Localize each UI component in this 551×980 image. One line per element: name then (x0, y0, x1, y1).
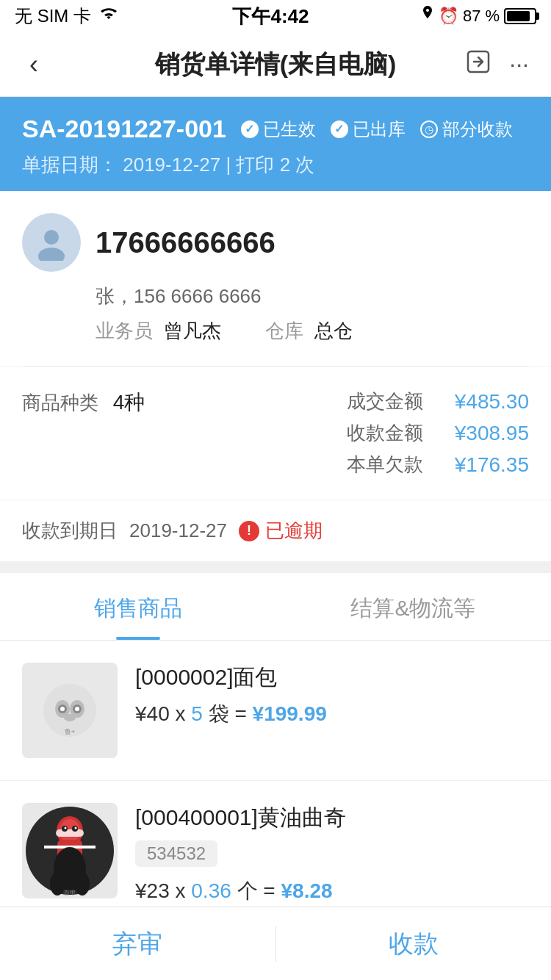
confirm-button[interactable]: 收款 (276, 912, 552, 976)
back-button[interactable]: ‹ (22, 42, 46, 87)
wifi-icon (97, 6, 120, 26)
location-icon (421, 6, 434, 26)
product-price-cookies: ¥23 x 0.36 个 = ¥8.28 (135, 877, 529, 905)
stats-left: 商品种类 4种 (22, 389, 145, 417)
bottom-bar: 弃审 收款 (0, 907, 551, 980)
badge-active: ✓ 已生效 (241, 118, 316, 141)
svg-point-8 (60, 707, 65, 711)
svg-point-2 (38, 248, 65, 261)
customer-phone: 17666666666 (96, 226, 276, 259)
svg-rect-21 (56, 829, 84, 837)
badge-partial: ◷ 部分收款 (420, 118, 513, 141)
stats-right: 成交金额 ¥485.30 收款金额 ¥308.95 本单欠款 ¥176.35 (347, 389, 529, 478)
share-icon[interactable] (465, 48, 491, 81)
due-label: 收款到期日 (22, 518, 118, 544)
carrier-label: 无 SIM 卡 (15, 4, 91, 28)
battery-icon (504, 8, 536, 24)
check-icon-active: ✓ (241, 120, 259, 138)
product-item-cookies: 百甲 [000400001]黄油曲奇 534532 ¥23 x 0.36 个 =… (0, 781, 551, 928)
product-batch-cookies: 534532 (135, 840, 217, 867)
svg-text:鲁+: 鲁+ (65, 728, 75, 735)
divider-main (0, 561, 551, 573)
status-bar: 无 SIM 卡 下午4:42 ⏰ 87 % (0, 0, 551, 32)
product-info-cookies: [000400001]黄油曲奇 534532 ¥23 x 0.36 个 = ¥8… (135, 803, 529, 905)
overdue-dot-icon: ! (239, 521, 259, 541)
clock-icon: ◷ (420, 120, 438, 138)
product-name-bread: [0000002]面包 (135, 663, 529, 693)
more-icon[interactable]: ··· (509, 51, 529, 78)
status-left: 无 SIM 卡 (15, 4, 120, 28)
status-right: ⏰ 87 % (421, 6, 536, 26)
order-header: SA-20191227-001 ✓ 已生效 ✓ 已出库 ◷ 部分收款 单据日期：… (0, 97, 551, 191)
svg-point-24 (65, 827, 67, 829)
product-name-cookies: [000400001]黄油曲奇 (135, 803, 529, 833)
avatar (22, 213, 81, 272)
svg-point-10 (64, 714, 76, 721)
battery-percent: 87 (463, 7, 480, 26)
warehouse-info: 仓库 总仓 (265, 318, 353, 344)
customer-section: 17666666666 张，156 6666 6666 业务员 曾凡杰 仓库 总… (0, 191, 551, 366)
svg-point-25 (75, 827, 77, 829)
order-header-top: SA-20191227-001 ✓ 已生效 ✓ 已出库 ◷ 部分收款 (22, 115, 529, 143)
tabs-section: 销售商品 结算&物流等 (0, 573, 551, 641)
check-icon-shipped: ✓ (331, 120, 348, 138)
product-info-bread: [0000002]面包 ¥40 x 5 袋 = ¥199.99 (135, 663, 529, 728)
svg-point-1 (44, 230, 59, 245)
tab-settlement[interactable]: 结算&物流等 (276, 573, 551, 640)
nav-bar: ‹ 销货单详情(来自电脑) ··· (0, 32, 551, 97)
nav-actions: ··· (465, 48, 529, 81)
product-thumb-cookies: 百甲 (22, 803, 118, 898)
customer-top: 17666666666 (22, 213, 529, 272)
deal-amount-row: 成交金额 ¥485.30 (347, 389, 529, 414)
salesperson-info: 业务员 曾凡杰 (96, 318, 221, 344)
status-time: 下午4:42 (232, 4, 309, 29)
overdue-badge: ! 已逾期 (239, 518, 323, 544)
badge-shipped: ✓ 已出库 (331, 118, 406, 141)
overdue-text: 已逾期 (265, 518, 323, 544)
svg-point-19 (50, 872, 65, 896)
tabs-bar: 销售商品 结算&物流等 (0, 573, 551, 641)
tab-products[interactable]: 销售商品 (0, 573, 276, 640)
customer-name: 张，156 6666 6666 (22, 284, 529, 309)
product-price-bread: ¥40 x 5 袋 = ¥199.99 (135, 700, 529, 728)
product-item-bread: 鲁+ [0000002]面包 ¥40 x 5 袋 = ¥199.99 (0, 641, 551, 781)
order-id: SA-20191227-001 (22, 115, 226, 143)
order-date-line: 单据日期： 2019-12-27 | 打印 2 次 (22, 152, 529, 178)
svg-point-20 (75, 872, 90, 896)
battery-percent-sign: % (485, 7, 500, 26)
alarm-icon: ⏰ (439, 7, 458, 26)
page-title: 销货单详情(来自电脑) (155, 48, 397, 82)
cancel-button[interactable]: 弃审 (0, 912, 276, 976)
product-list: 鲁+ [0000002]面包 ¥40 x 5 袋 = ¥199.99 (0, 641, 551, 928)
svg-point-9 (75, 707, 79, 711)
due-date-value: 2019-12-27 (129, 519, 227, 542)
due-date-section: 收款到期日 2019-12-27 ! 已逾期 (0, 500, 551, 561)
received-row: 收款金额 ¥308.95 (347, 420, 529, 446)
product-thumb-bread: 鲁+ (22, 663, 118, 758)
svg-text:百甲: 百甲 (64, 890, 76, 896)
customer-meta: 业务员 曾凡杰 仓库 总仓 (22, 318, 529, 344)
stats-section: 商品种类 4种 成交金额 ¥485.30 收款金额 ¥308.95 本单欠款 ¥… (0, 367, 551, 500)
owed-row: 本单欠款 ¥176.35 (347, 452, 529, 478)
